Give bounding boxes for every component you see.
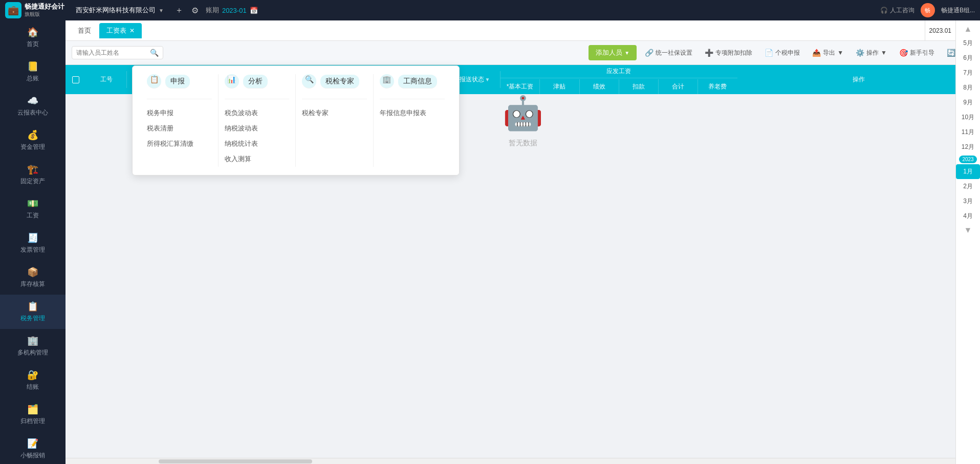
sidebar-item-fund[interactable]: 💰 资金管理 [0,123,66,158]
dropdown-header-fenxi: 📊 分析 [225,74,290,99]
export-label: 导出 [823,49,835,57]
calendar-prev-btn[interactable]: ▲ [962,23,974,36]
sidebar-item-salary[interactable]: 💵 工资 [0,192,66,226]
tab-home[interactable]: 首页 [72,23,97,38]
user-avatar: 畅 [921,3,935,17]
cal-month-8[interactable]: 8月 [956,80,980,95]
dropdown-col-taxcheck: 🔍 税检专家 税检专家 [296,74,374,167]
top-bar: 💼 畅捷通好会计 旗舰版 西安虾米网络科技有限公司 ▼ ＋ ⚙ 账期 2023-… [0,0,980,20]
th-checkbox[interactable] [66,76,86,83]
shenb-title: 申报 [165,75,190,89]
sidebar-item-archive[interactable]: 🗂️ 归档管理 [0,397,66,432]
cal-month-3[interactable]: 3月 [956,194,980,209]
sidebar-item-home[interactable]: 🏠 首页 [0,20,66,55]
bizinfo-icon: 🏢 [380,74,394,89]
th-pension: 养老费 [698,79,737,94]
company-selector[interactable]: 西安虾米网络科技有限公司 ▼ [72,6,168,15]
operate-label: 操作 [866,49,879,57]
calendar-period-label: 2023.01 [925,20,955,41]
headphone-icon: 🎧 [880,7,888,14]
cal-month-1[interactable]: 1月 [956,164,980,179]
cal-month-11[interactable]: 11月 [956,125,980,140]
cal-month-10[interactable]: 10月 [956,110,980,125]
special-deduction-btn[interactable]: ➕ 专项附加扣除 [701,47,756,59]
sidebar-item-label: 结账 [27,383,39,391]
social-insurance-btn[interactable]: 🔗 统一社保设置 [641,47,696,59]
tax-return-btn[interactable]: 📄 个税申报 [760,47,804,59]
period-label: 账期 [206,6,219,15]
social-insurance-label: 统一社保设置 [656,49,692,57]
sidebar-item-fixed-assets[interactable]: 🏗️ 固定资产 [0,158,66,192]
guide2-icon: 🎯 [899,49,908,57]
user-name[interactable]: 畅捷通B组... [941,6,975,15]
shenb-icon: 📋 [147,74,161,89]
close-period-icon: 🔐 [27,369,38,381]
cloud-icon: ☁️ [27,95,38,106]
cal-month-7[interactable]: 7月 [956,65,980,80]
tax-return-icon: 📄 [765,49,773,57]
sidebar-item-invoice[interactable]: 🧾 发票管理 [0,226,66,260]
calendar-next-btn[interactable]: ▼ [962,224,974,237]
export-btn[interactable]: 📤 导出 ▼ [808,47,847,59]
period-value[interactable]: 2023-01 [222,7,247,14]
new-guide-btn[interactable]: 🎯 新手引导 [895,47,939,59]
tab-close-icon[interactable]: ✕ [129,27,135,34]
sidebar-item-close[interactable]: 🔐 结账 [0,363,66,397]
menu-item-tax-filing[interactable]: 税务申报 [147,105,212,121]
app-name: 畅捷通好会计 [25,3,64,11]
select-all-checkbox[interactable] [72,76,79,83]
home-icon: 🏠 [27,27,38,38]
content-area: 首页 工资表 ✕ 🔍 添加人员 ▼ 🔗 统一社保设置 ➕ 专项 [66,20,980,464]
cal-year-badge: 2023 [959,156,976,163]
sidebar-item-xiaochang[interactable]: 📝 小畅报销 [0,432,66,464]
operate-btn[interactable]: ⚙️ 操作 ▼ [852,47,891,59]
menu-item-income-tax[interactable]: 所得税汇算清缴 [147,136,212,151]
menu-item-tax-expert[interactable]: 税检专家 [302,105,367,121]
menu-item-tax-stat[interactable]: 纳税统计表 [225,136,290,151]
refresh-icon: 🔄 [947,49,955,57]
th-emp-id: 工号 [86,71,127,88]
tab-salary[interactable]: 工资表 ✕ [99,23,142,38]
menu-item-annual-report[interactable]: 年报信息申报表 [380,105,445,121]
cal-month-12[interactable]: 12月 [956,140,980,154]
company-name: 西安虾米网络科技有限公司 [76,6,156,15]
calendar-panel: ▲ 5月 6月 7月 8月 9月 10月 11月 12月 2023 1月 2月 … [955,20,980,464]
settings-icon[interactable]: ⚙ [189,4,201,17]
menu-item-tax-burden[interactable]: 税负波动表 [225,105,290,121]
menu-item-tax-table[interactable]: 税表清册 [147,121,212,136]
dropdown-col-fenxi: 📊 分析 税负波动表 纳税波动表 纳税统计表 收入测算 [219,74,296,167]
th-allowance: 津贴 [540,79,579,94]
filter-report-icon[interactable]: ▼ [485,77,490,82]
invoice-icon: 🧾 [27,232,38,244]
guide2-label: 新手引导 [910,49,934,57]
sidebar-item-tax[interactable]: 📋 税务管理 [0,295,66,329]
scroll-thumb[interactable] [159,459,312,463]
add-icon[interactable]: ＋ [173,3,185,18]
dropdown-menu: 📋 申报 税务申报 税表清册 所得税汇算清缴 📊 分析 税负波动表 纳税波动表 … [132,65,460,175]
ledger-icon: 📒 [27,61,38,72]
cal-month-6[interactable]: 6月 [956,51,980,65]
th-base-salary: *基本工资 [500,79,540,94]
sidebar-item-label: 总账 [27,74,39,83]
sidebar-item-cloud-report[interactable]: ☁️ 云报表中心 [0,89,66,123]
expense-icon: 📝 [27,438,38,449]
sidebar-item-ledger[interactable]: 📒 总账 [0,55,66,89]
cal-month-5[interactable]: 5月 [956,36,980,51]
special-deduction-label: 专项附加扣除 [715,49,752,57]
sidebar-item-multi-org[interactable]: 🏢 多机构管理 [0,329,66,363]
add-button-label: 添加人员 [596,48,622,57]
cal-month-4[interactable]: 4月 [956,209,980,224]
calendar-icon[interactable]: 📅 [250,7,258,14]
customer-service-btn[interactable]: 🎧 人工咨询 [880,6,914,15]
sidebar-item-inventory[interactable]: 📦 库存核算 [0,260,66,295]
cal-month-9[interactable]: 9月 [956,95,980,110]
add-employee-button[interactable]: 添加人员 ▼ [589,45,637,60]
bizinfo-title: 工商信息 [398,75,437,89]
sidebar: 🏠 首页 📒 总账 ☁️ 云报表中心 💰 资金管理 🏗️ 固定资产 💵 工资 🧾… [0,20,66,464]
horizontal-scrollbar[interactable] [66,458,980,464]
menu-item-tax-payment[interactable]: 纳税波动表 [225,121,290,136]
search-input[interactable] [76,49,148,56]
search-icon: 🔍 [150,49,159,57]
menu-item-income-calc[interactable]: 收入测算 [225,151,290,167]
cal-month-2[interactable]: 2月 [956,179,980,194]
